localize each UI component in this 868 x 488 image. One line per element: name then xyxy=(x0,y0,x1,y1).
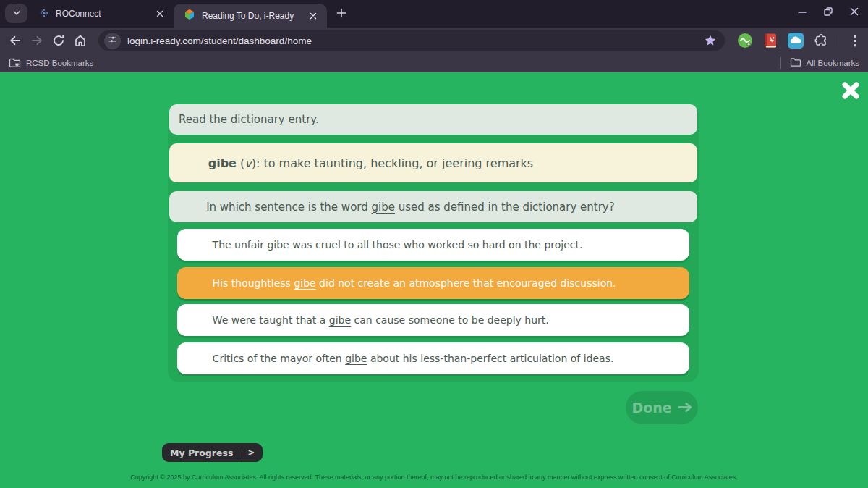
close-lesson-button[interactable] xyxy=(839,80,862,104)
plus-icon xyxy=(336,8,346,21)
arrow-right-icon xyxy=(678,400,692,416)
dictionary-word: gibe xyxy=(208,156,237,170)
roconnect-favicon-icon xyxy=(39,8,49,20)
answer-text: We were taught that a gibe can cause som… xyxy=(187,303,549,337)
instruction-text: Read the dictionary entry. xyxy=(179,113,319,126)
browser-menu-icon[interactable] xyxy=(846,32,864,49)
forward-button[interactable] xyxy=(26,30,48,51)
extensions-row xyxy=(736,32,864,49)
tab-title: Reading To Do, i-Ready xyxy=(202,11,300,21)
home-button[interactable] xyxy=(69,30,91,51)
dictionary-entry-box: gibe (v): to make taunting, heckling, or… xyxy=(169,143,697,182)
tab-roconnect[interactable]: ROConnect xyxy=(29,0,174,28)
managed-folder-icon xyxy=(9,57,21,70)
chevron-down-icon xyxy=(12,7,21,20)
answer-text: Critics of the mayor often gibe about hi… xyxy=(187,341,613,376)
bookmark-star-icon[interactable] xyxy=(702,32,719,49)
bookmarks-bar: RCSD Bookmarks All Bookmarks xyxy=(0,54,868,72)
folder-icon xyxy=(790,57,801,69)
reload-button[interactable] xyxy=(48,30,69,51)
question-panel: Read the dictionary entry. gibe (v): to … xyxy=(168,104,699,382)
answer-text: The unfair gibe was cruel to all those w… xyxy=(187,227,582,262)
my-progress-label: My Progress xyxy=(170,447,233,458)
tab-iready[interactable]: Reading To Do, i-Ready xyxy=(174,4,327,28)
toolbar-separator xyxy=(838,35,838,46)
answer-option-2-selected[interactable]: His thoughtless gibe did not create an a… xyxy=(177,267,689,299)
dictionary-entry-text: gibe (v): to make taunting, heckling, or… xyxy=(179,143,533,184)
filter-extension-icon[interactable] xyxy=(736,32,754,49)
tab-search-button[interactable] xyxy=(5,4,27,23)
restore-button[interactable] xyxy=(819,2,838,21)
tab-close-icon[interactable] xyxy=(153,7,166,20)
tab-close-icon[interactable] xyxy=(307,9,320,22)
new-tab-button[interactable] xyxy=(333,6,350,23)
tab-title: ROConnect xyxy=(56,9,147,19)
close-icon xyxy=(840,80,861,104)
my-progress-button[interactable]: My Progress > xyxy=(162,443,263,462)
tune-icon xyxy=(108,34,117,47)
answer-option-1[interactable]: The unfair gibe was cruel to all those w… xyxy=(177,229,689,261)
answer-option-4[interactable]: Critics of the mayor often gibe about hi… xyxy=(177,342,689,374)
question-box: In which sentence is the word gibe used … xyxy=(169,191,697,222)
answer-option-3[interactable]: We were taught that a gibe can cause som… xyxy=(177,304,689,336)
minimize-button[interactable] xyxy=(793,2,812,21)
question-text: In which sentence is the word gibe used … xyxy=(179,188,615,227)
browser-toolbar: login.i-ready.com/student/dashboard/home xyxy=(0,28,868,54)
answer-text: His thoughtless gibe did not create an a… xyxy=(187,266,616,300)
copyright-text: Copyright © 2025 by Curriculum Associate… xyxy=(0,474,868,481)
done-label: Done xyxy=(631,400,671,416)
all-bookmarks-label: All Bookmarks xyxy=(807,59,860,67)
done-button[interactable]: Done xyxy=(626,391,698,424)
part-of-speech: v xyxy=(244,156,251,170)
tab-strip: ROConnect Reading To Do, i-Ready xyxy=(0,0,868,28)
bookmark-folder-rcsd[interactable]: RCSD Bookmarks xyxy=(9,57,93,70)
iready-lesson-page: Read the dictionary entry. gibe (v): to … xyxy=(0,72,868,488)
instruction-box: Read the dictionary entry. xyxy=(169,104,697,135)
back-button[interactable] xyxy=(4,30,26,51)
bookmark-folder-label: RCSD Bookmarks xyxy=(26,59,93,67)
my-progress-separator xyxy=(239,447,239,458)
bookmarks-separator xyxy=(780,57,781,69)
all-bookmarks-button[interactable]: All Bookmarks xyxy=(790,57,860,69)
address-bar[interactable]: login.i-ready.com/student/dashboard/home xyxy=(98,30,725,51)
close-window-button[interactable] xyxy=(845,2,864,21)
site-settings-button[interactable] xyxy=(104,33,121,49)
url-text[interactable]: login.i-ready.com/student/dashboard/home xyxy=(127,35,702,46)
cloud-extension-icon[interactable] xyxy=(787,32,804,49)
window-controls xyxy=(793,0,864,23)
iready-cube-favicon-icon xyxy=(184,9,195,22)
chevron-right-icon: > xyxy=(245,447,257,458)
extensions-puzzle-icon[interactable] xyxy=(812,32,830,49)
dictionary-extension-icon[interactable] xyxy=(762,32,779,49)
